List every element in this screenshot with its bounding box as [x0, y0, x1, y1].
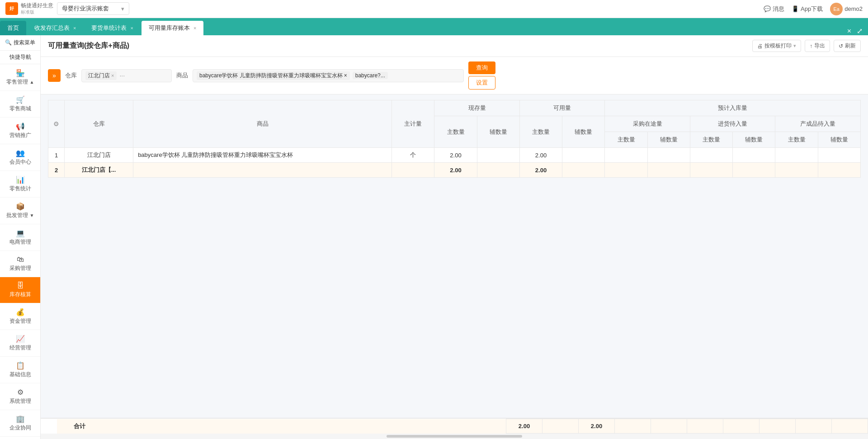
product-tag-1-close[interactable]: ×	[344, 72, 347, 79]
app-download-label: App下载	[801, 5, 823, 13]
retail-icon: 🏪	[16, 69, 25, 77]
sidebar-search[interactable]: 🔍 搜索菜单	[0, 35, 40, 51]
cell-production-aux-2	[818, 163, 860, 178]
industry-selector[interactable]: 母婴行业演示账套 ▾	[57, 2, 129, 15]
user-area[interactable]: Ea demo2	[830, 3, 863, 15]
cell-purchase-aux-2	[647, 163, 690, 178]
warehouse-tag: 江北门店 ×	[85, 71, 117, 80]
sidebar-item-newguide[interactable]: 🆕 新手引导	[0, 437, 40, 439]
btn-query[interactable]: 查询	[468, 61, 495, 74]
sidebar-item-marketing[interactable]: 📢 营销推广	[0, 118, 40, 144]
sidebar-item-retail-stats[interactable]: 📊 零售统计	[0, 171, 40, 198]
inventory-icon: 🗄	[17, 282, 24, 290]
col-main-unit-header: 主计量	[392, 100, 434, 148]
refresh-icon: ↺	[839, 43, 843, 49]
sidebar-item-purchase[interactable]: 🛍 采购管理	[0, 251, 40, 277]
username-label: demo2	[844, 5, 863, 12]
sidebar-item-business[interactable]: 📈 经营管理	[0, 330, 40, 357]
page-title: 可用量查询(按仓库+商品)	[48, 41, 129, 55]
table-row-subtotal: 2 江北门店【... 2.00 2.00	[48, 163, 861, 178]
export-icon: ↑	[810, 43, 812, 49]
col-production-aux-header: 辅数量	[818, 132, 860, 148]
message-action[interactable]: 💬 消息	[764, 5, 784, 13]
col-production-group-header: 产成品待入量	[775, 116, 861, 132]
table-container: ⚙ 仓库 商品 主计量 现存量	[41, 94, 868, 418]
cell-incoming-aux	[733, 148, 775, 163]
chevron-right-icon: »	[52, 72, 56, 79]
app-download-action[interactable]: 📱 App下载	[792, 5, 823, 13]
chevron-down-icon: ▾	[121, 5, 124, 12]
message-icon: 💬	[764, 5, 771, 12]
cell-warehouse: 江北门店	[65, 148, 133, 163]
tab-home[interactable]: 首页	[0, 21, 26, 35]
cell-avail-aux-2	[562, 163, 605, 178]
sidebar-item-retail-mall[interactable]: 🛒 零售商城	[0, 91, 40, 118]
sidebar-item-ecommerce[interactable]: 💻 电商管理	[0, 224, 40, 251]
tab-maximize-icon[interactable]: ⤢	[855, 27, 864, 35]
cell-incoming-main-2	[690, 163, 732, 178]
logo-text: 畅捷通好生意	[21, 2, 53, 9]
product-tag-1: babycare学饮杯 儿童防摔防撞吸管杯重力球吸嘴杯宝宝水杯 ×	[197, 71, 350, 80]
filter-actions: 查询 设置	[468, 61, 495, 90]
product-filter-field[interactable]: babycare学饮杯 儿童防摔防撞吸管杯重力球吸嘴杯宝宝水杯 × babyca…	[193, 69, 464, 82]
cell-product: babycare学饮杯 儿童防摔防撞吸管杯重力球吸嘴杯宝宝水杯	[133, 148, 392, 163]
col-product-header: 商品	[133, 100, 392, 148]
cell-stock-main-2: 2.00	[434, 163, 477, 178]
warehouse-tag-close[interactable]: ×	[111, 73, 114, 78]
gear-icon[interactable]: ⚙	[53, 120, 59, 127]
data-table: ⚙ 仓库 商品 主计量 现存量	[48, 100, 861, 178]
chevron-down-icon: ▾	[793, 43, 796, 49]
scrollbar-thumb[interactable]	[387, 435, 522, 438]
tab-inventory-ledger-label: 可用量库存账本	[149, 24, 190, 32]
tab-close-icon[interactable]: ×	[130, 25, 133, 31]
logo-area: 好 畅捷通好生意 标准版	[5, 2, 53, 15]
search-icon: 🔍	[5, 39, 12, 46]
col-purchase-group-header: 采购在途量	[605, 116, 690, 132]
col-incoming-aux-header: 辅数量	[733, 132, 775, 148]
warehouse-filter-field[interactable]: 江北门店 × ···	[81, 69, 172, 82]
btn-template-print-label: 按模板打印	[764, 42, 792, 50]
filter-toggle-btn[interactable]: »	[48, 69, 61, 82]
tab-receipt-summary[interactable]: 收发存汇总表 ×	[27, 21, 83, 35]
col-stock-main-header: 主数量	[434, 116, 477, 148]
tab-close-icon[interactable]: ×	[193, 25, 196, 31]
tab-inventory-ledger[interactable]: 可用量库存账本 ×	[142, 21, 203, 35]
btn-export[interactable]: ↑ 导出	[805, 40, 830, 52]
sidebar-item-system[interactable]: ⚙ 系统管理	[0, 383, 40, 410]
warehouse-filter-label: 仓库	[65, 71, 77, 80]
tab-order-stats-label: 要货单统计表	[91, 24, 127, 32]
purchase-icon: 🛍	[17, 255, 24, 264]
chevron-icon: ▲	[30, 80, 34, 85]
logo-sub: 标准版	[21, 9, 53, 15]
sidebar-item-enterprise[interactable]: 🏢 企业协同	[0, 410, 40, 437]
tab-order-stats[interactable]: 要货单统计表 ×	[84, 21, 140, 35]
btn-refresh[interactable]: ↺ 刷新	[834, 40, 861, 52]
scrollbar-area	[41, 434, 868, 439]
sidebar-quick-nav[interactable]: 快捷导航	[0, 51, 40, 64]
product-filter-label: 商品	[176, 71, 188, 80]
col-settings-header[interactable]: ⚙	[48, 100, 65, 148]
cell-stock-main: 2.00	[434, 148, 477, 163]
cell-product-2	[133, 163, 392, 178]
logo-icon: 好	[5, 2, 18, 15]
btn-settings[interactable]: 设置	[468, 76, 495, 90]
tab-close-icon[interactable]: ×	[73, 25, 76, 31]
sidebar-item-wholesale[interactable]: 📦 批发管理 ▼	[0, 198, 40, 224]
tab-close-all-icon[interactable]: ×	[845, 27, 853, 35]
sidebar-item-inventory[interactable]: 🗄 库存核算	[0, 277, 40, 303]
sidebar-item-finance[interactable]: 💰 资金管理	[0, 303, 40, 330]
cell-purchase-aux	[647, 148, 690, 163]
stats-icon: 📊	[16, 175, 25, 184]
marketing-icon: 📢	[16, 122, 25, 131]
warehouse-more-icon[interactable]: ···	[119, 72, 125, 79]
footer-stock-main: 2.00	[506, 419, 542, 434]
sidebar-item-retail[interactable]: 🏪 零售管理 ▲	[0, 64, 40, 91]
page-header: 可用量查询(按仓库+商品) 🖨 按模板打印 ▾ ↑ 导出 ↺ 刷新	[41, 35, 868, 57]
sidebar-item-basic[interactable]: 📋 基础信息	[0, 357, 40, 383]
sidebar-item-member[interactable]: 👥 会员中心	[0, 144, 40, 171]
enterprise-icon: 🏢	[16, 415, 25, 423]
finance-icon: 💰	[16, 308, 25, 316]
btn-template-print[interactable]: 🖨 按模板打印 ▾	[752, 40, 801, 52]
btn-refresh-label: 刷新	[845, 42, 856, 50]
page-header-actions: 🖨 按模板打印 ▾ ↑ 导出 ↺ 刷新	[752, 40, 861, 57]
